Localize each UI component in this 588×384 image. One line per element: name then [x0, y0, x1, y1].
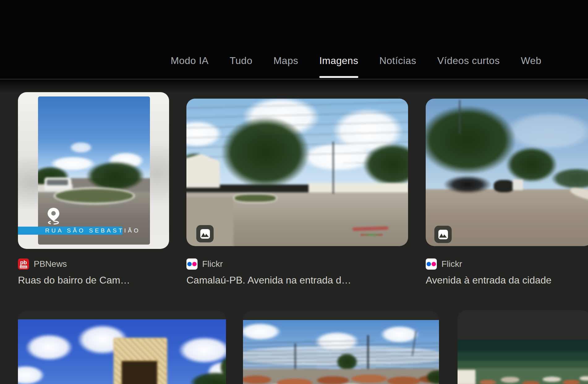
- utility-pole-shape: [333, 142, 334, 194]
- result-thumbnail-card-5[interactable]: [243, 311, 439, 384]
- distant-van-shape: [513, 179, 523, 190]
- result-photo-2: [186, 99, 408, 246]
- search-tabs: Modo IA Tudo Maps Imagens Notícias Vídeo…: [171, 55, 541, 79]
- pbnews-favicon: pb news: [18, 258, 29, 270]
- tab-videos-curtos[interactable]: Vídeos curtos: [437, 55, 500, 79]
- photo-art: [426, 99, 588, 246]
- result-source-link[interactable]: Flickr: [186, 258, 408, 270]
- parked-cars-shape: [443, 175, 492, 194]
- tab-imagens[interactable]: Imagens: [319, 55, 358, 79]
- result-thumbnail-card-2[interactable]: [186, 99, 408, 246]
- result-photo-6: [458, 339, 588, 384]
- tab-noticias[interactable]: Notícias: [379, 55, 416, 79]
- image-type-badge: [434, 226, 452, 243]
- result-meta-1: pb news PBNews Ruas do bairro de Cam…: [18, 258, 169, 286]
- median-shape: [233, 193, 277, 203]
- big-tree-shape: [208, 106, 322, 198]
- photo-art: [18, 319, 226, 384]
- van-window-shape: [47, 180, 68, 185]
- location-pin-icon: [46, 207, 61, 224]
- result-source-link[interactable]: pb news PBNews: [18, 258, 169, 270]
- image-icon: [438, 230, 448, 239]
- image-icon: [200, 229, 210, 239]
- tab-tudo[interactable]: Tudo: [230, 55, 253, 79]
- photo-art: [458, 339, 588, 384]
- watermark-subtext-shape: [360, 234, 383, 236]
- result-photo-4: [18, 319, 226, 384]
- result-thumbnail-card-3[interactable]: [426, 99, 588, 246]
- photo-art: [243, 320, 439, 384]
- result-photo-3: [426, 99, 588, 246]
- source-name: PBNews: [34, 259, 67, 269]
- result-title[interactable]: Ruas do bairro de Cam…: [18, 275, 169, 286]
- pbnews-favicon-subtext: news: [20, 266, 27, 268]
- street-name-text: RUA SÃO SEBASTIÃO: [18, 227, 140, 235]
- tab-maps[interactable]: Maps: [273, 55, 298, 79]
- photo-art: [186, 99, 408, 246]
- flickr-favicon: [186, 258, 198, 270]
- watermark-script-shape: [352, 226, 388, 231]
- photographer-watermark: [350, 226, 393, 239]
- rooftops-shape: [243, 369, 439, 384]
- result-photo-5: [243, 320, 439, 384]
- search-header: Modo IA Tudo Maps Imagens Notícias Vídeo…: [0, 0, 588, 79]
- cloud-shape: [66, 140, 96, 155]
- result-photo-1: [38, 96, 150, 245]
- result-source-link[interactable]: Flickr: [426, 258, 588, 270]
- utility-pole-shape: [459, 100, 460, 134]
- result-thumbnail-card-1[interactable]: RUA SÃO SEBASTIÃO: [18, 92, 169, 249]
- result-meta-3: Flickr Avenida à entrada da cidade: [426, 258, 588, 286]
- source-name: Flickr: [441, 259, 462, 269]
- image-type-badge: [196, 225, 214, 242]
- header-shadow: [0, 79, 588, 93]
- result-title[interactable]: Camalaú-PB. Avenida na entrada d…: [186, 275, 408, 286]
- tab-web[interactable]: Web: [521, 55, 542, 79]
- monument-panel-shape: [121, 360, 158, 384]
- flickr-favicon: [426, 258, 437, 270]
- white-house-shape: [458, 370, 475, 384]
- source-name: Flickr: [202, 259, 223, 269]
- result-title[interactable]: Avenida à entrada da cidade: [426, 275, 588, 286]
- street-name-banner: RUA SÃO SEBASTIÃO: [18, 227, 122, 235]
- town-houses-shape: [458, 364, 588, 384]
- car-shape: [494, 180, 514, 192]
- median-island-shape: [54, 187, 135, 204]
- result-thumbnail-card-4[interactable]: [18, 311, 226, 384]
- tab-modo-ia[interactable]: Modo IA: [171, 55, 209, 79]
- result-meta-2: Flickr Camalaú-PB. Avenida na entrada d…: [186, 258, 408, 286]
- pbnews-favicon-text: pb: [20, 260, 27, 265]
- google-images-results-page: { "page": { "active_tab": "Imagens" }, "…: [0, 0, 588, 384]
- result-thumbnail-card-6[interactable]: [458, 310, 588, 384]
